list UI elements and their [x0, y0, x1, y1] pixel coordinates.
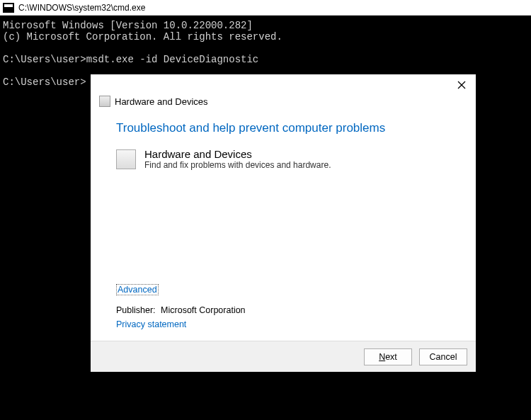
advanced-link[interactable]: Advanced — [116, 284, 159, 295]
dialog-heading: Troubleshoot and help prevent computer p… — [116, 121, 450, 135]
publisher-label: Publisher: — [116, 305, 156, 315]
dialog-body: Troubleshoot and help prevent computer p… — [91, 115, 476, 341]
dialog-chrome — [91, 74, 476, 96]
troubleshooter-item-title: Hardware and Devices — [144, 148, 331, 160]
troubleshooter-dialog: Hardware and Devices Troubleshoot and he… — [91, 74, 476, 372]
dialog-header: Hardware and Devices — [91, 96, 476, 115]
close-icon — [457, 81, 466, 89]
troubleshooter-item[interactable]: Hardware and Devices Find and fix proble… — [116, 148, 450, 170]
dialog-lower: Advanced Publisher: Microsoft Corporatio… — [116, 284, 246, 329]
privacy-link[interactable]: Privacy statement — [116, 319, 186, 329]
dialog-footer: Next Cancel — [91, 341, 476, 372]
console-prompt: C:\Users\user> — [3, 54, 86, 65]
publisher-row: Publisher: Microsoft Corporation — [116, 305, 246, 315]
hardware-icon — [116, 149, 136, 169]
console-command: msdt.exe -id DeviceDiagnostic — [86, 54, 259, 65]
cmd-title-path: C:\WINDOWS\system32\cmd.exe — [18, 3, 145, 13]
cmd-icon — [3, 3, 14, 13]
dialog-header-title: Hardware and Devices — [115, 96, 208, 107]
next-accelerator: N — [379, 352, 385, 362]
console-prompt: C:\Users\user> — [3, 76, 86, 88]
console-line: (c) Microsoft Corporation. All rights re… — [3, 31, 282, 42]
cmd-titlebar: C:\WINDOWS\system32\cmd.exe — [0, 0, 531, 16]
close-button[interactable] — [447, 74, 476, 96]
next-button[interactable]: Next — [364, 348, 412, 365]
next-rest: ext — [385, 352, 397, 362]
cancel-button[interactable]: Cancel — [419, 348, 467, 365]
troubleshooter-item-desc: Find and fix problems with devices and h… — [144, 160, 331, 170]
publisher-value: Microsoft Corporation — [161, 305, 246, 315]
console-line: Microsoft Windows [Version 10.0.22000.28… — [3, 20, 253, 31]
troubleshooter-text: Hardware and Devices Find and fix proble… — [144, 148, 331, 170]
troubleshooter-icon — [99, 96, 110, 107]
